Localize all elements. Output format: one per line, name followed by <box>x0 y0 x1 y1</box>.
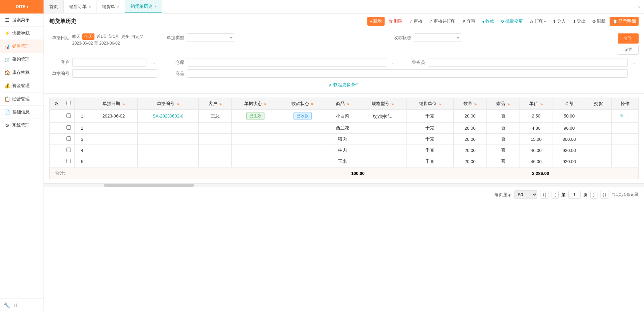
audit-icon: ✓ <box>409 19 413 24</box>
page-number-input[interactable] <box>568 191 581 199</box>
audit-button[interactable]: ✓ 审核 <box>407 17 425 26</box>
customer-col-header[interactable]: 客户 ⇅ <box>199 98 232 110</box>
refresh-button[interactable]: ⟳ 刷新 <box>590 17 608 26</box>
print-button[interactable]: 🖨 打印 ▾ <box>527 17 549 26</box>
goods-filter-input[interactable] <box>187 69 628 78</box>
sidebar-bottom-icon1[interactable]: 🔧 <box>3 302 10 309</box>
per-page-select[interactable]: 50 100 <box>514 190 537 199</box>
date-link-custom[interactable]: 自定义 <box>131 34 143 40</box>
show-detail-button[interactable]: 📋 显示明细 <box>610 17 639 26</box>
batch-change-icon: ⟳ <box>501 19 505 24</box>
sidebar-item-finance[interactable]: 💰 资金管理 <box>0 79 44 93</box>
delete-label: 删除 <box>394 18 402 24</box>
row-checkbox[interactable] <box>66 136 71 141</box>
audit-print-button[interactable]: ✓ 审核并打印 <box>426 17 458 26</box>
spec-cell <box>359 156 406 167</box>
docno-filter-input[interactable] <box>72 69 157 78</box>
date-link-1month[interactable]: 近1月 <box>109 34 119 40</box>
collapse-filter-btn[interactable]: ∧ 收起更多条件 <box>49 80 639 89</box>
goods-col-header[interactable]: 商品 ⇅ <box>326 98 359 110</box>
pay-status-col-header[interactable]: 收款状态 ⇅ <box>279 98 326 110</box>
checkbox-col-header[interactable] <box>63 98 75 110</box>
date-link-more[interactable]: 更多 <box>121 34 129 40</box>
query-button[interactable]: 查询 <box>618 33 639 44</box>
gift-col-header[interactable]: 赠品 ⇅ <box>486 98 520 110</box>
spec-col-header[interactable]: 规格型号 ⇅ <box>359 98 406 110</box>
query-buttons: 查询 设置 <box>618 33 639 55</box>
checkbox-cell[interactable] <box>63 134 75 145</box>
horizontal-scrollbar[interactable] <box>44 183 644 187</box>
salesperson-ellipsis-btn[interactable]: ... <box>631 59 639 66</box>
close-all-tabs[interactable]: × <box>634 0 644 13</box>
select-all-checkbox[interactable] <box>66 101 71 105</box>
tab-home[interactable]: 首页 <box>44 0 64 13</box>
gear-cell <box>50 134 63 145</box>
sidebar-item-sales-mgmt[interactable]: 📊 销售管理 <box>0 40 44 53</box>
sidebar-item-system-mgmt[interactable]: ⚙ 系统管理 <box>0 119 44 132</box>
new-button[interactable]: + 新增 <box>367 17 385 26</box>
sidebar-item-search-menu[interactable]: ☰ 搜索菜单 <box>0 14 44 27</box>
close-sales-history-tab[interactable]: × <box>155 4 157 8</box>
date-link-7days[interactable]: 近1天 <box>96 34 107 40</box>
customer-ellipsis-btn[interactable]: ... <box>149 59 157 66</box>
transaction-cell <box>586 110 611 123</box>
doc-status-cell <box>232 145 279 156</box>
date-link-today[interactable]: 今天 <box>82 33 94 40</box>
unit-col-header[interactable]: 销售单位 ⇅ <box>406 98 453 110</box>
collect-button[interactable]: ● 收款 <box>479 17 497 26</box>
sidebar-bottom-icon2[interactable]: ⏸ <box>13 303 18 309</box>
checkbox-cell[interactable] <box>63 123 75 134</box>
doc-no-col-header[interactable]: 单据编号 ⇅ <box>138 98 199 110</box>
date-link-yesterday[interactable]: 昨天 <box>72 34 80 40</box>
doc-status-col-header[interactable]: 单据状态 ⇅ <box>232 98 279 110</box>
close-sales-delivery-tab[interactable]: × <box>117 5 119 9</box>
checkbox-cell[interactable] <box>63 145 75 156</box>
qty-col-header[interactable]: 数量 ⇅ <box>453 98 486 110</box>
first-page-btn[interactable]: ⟨⟨ <box>540 191 549 199</box>
unit-price-col-header[interactable]: 单价 ⇅ <box>520 98 553 110</box>
warehouse-filter-input[interactable] <box>187 58 387 67</box>
doc-date-col-header[interactable]: 单据日期 ⇅ <box>90 98 137 110</box>
abandon-button[interactable]: ✗ 弃审 <box>459 17 478 26</box>
main-content: 首页 销售订单 × 销货单 × 销货单历史 × × 销货单历史 + 新增 <box>44 0 644 312</box>
checkbox-cell[interactable] <box>63 110 75 123</box>
sidebar-item-quick-nav[interactable]: ⚡ 快捷导航 <box>0 27 44 40</box>
sidebar-item-base-info[interactable]: 📄 基础信息 <box>0 106 44 119</box>
doc-no-link[interactable]: SA-20230602-0 <box>153 113 184 119</box>
next-page-btn[interactable]: ⟩ <box>590 191 597 199</box>
checkbox-cell[interactable] <box>63 156 75 167</box>
salesperson-filter-input[interactable] <box>428 58 628 67</box>
tab-sales-order[interactable]: 销售订单 × <box>64 0 96 13</box>
scrollbar-thumb[interactable] <box>104 184 194 187</box>
row-checkbox[interactable] <box>66 125 71 130</box>
sidebar-item-operations[interactable]: 📋 经营管理 <box>0 93 44 106</box>
edit-action-btn[interactable]: ✎ <box>620 113 624 119</box>
tab-sales-delivery[interactable]: 销货单 × <box>96 0 125 13</box>
customer-cell: 王总 <box>199 110 232 123</box>
total-amount-value: 2,286.00 <box>532 171 549 176</box>
customer-filter-input[interactable] <box>72 58 146 67</box>
warehouse-ellipsis-btn[interactable]: ... <box>390 59 398 66</box>
prev-page-btn[interactable]: ⟨ <box>552 191 559 199</box>
row-checkbox[interactable] <box>66 148 71 152</box>
row-checkbox[interactable] <box>66 159 71 163</box>
sidebar-item-label: 销售管理 <box>12 43 30 49</box>
amount-cell: 920.00 <box>553 145 586 156</box>
last-page-btn[interactable]: ⟩⟩ <box>600 191 609 199</box>
collect-status-select[interactable] <box>414 33 461 42</box>
batch-change-button[interactable]: ⟳ 批量变更 <box>498 17 526 26</box>
table-row: 5 玉米 千克 20.00 否 46.00 920.00 <box>50 156 639 167</box>
delete-button[interactable]: 🗑 删除 <box>386 17 405 26</box>
tab-sales-history[interactable]: 销货单历史 × <box>125 0 162 13</box>
settings-button[interactable]: 设置 <box>618 45 639 55</box>
gear-col-header[interactable]: ⚙ <box>50 98 63 110</box>
more-action-btn[interactable]: ⋮ <box>626 113 630 119</box>
goods-ellipsis-btn[interactable]: ... <box>631 70 639 77</box>
close-sales-order-tab[interactable]: × <box>89 5 91 9</box>
sidebar-item-purchase-mgmt[interactable]: 🛒 采购管理 <box>0 53 44 66</box>
export-button[interactable]: ⬇ 导出 <box>570 17 588 26</box>
row-checkbox[interactable] <box>66 113 71 118</box>
sidebar-item-inventory[interactable]: 🏠 库存核算 <box>0 66 44 79</box>
doc-type-select[interactable] <box>187 33 234 42</box>
import-button[interactable]: ⬆ 导入 <box>550 17 568 26</box>
